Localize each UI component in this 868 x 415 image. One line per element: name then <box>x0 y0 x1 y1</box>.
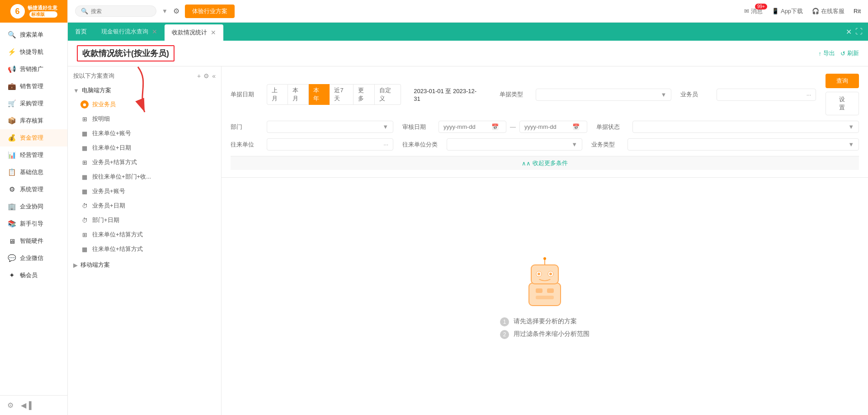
audit-date-end[interactable]: 📅 <box>519 121 587 133</box>
scheme-item-partner-dept-receipt[interactable]: ▦ 按往来单位+部门+收... <box>68 170 221 184</box>
mobile-scheme-group: ▶ 移动端方案 <box>68 258 221 272</box>
sidebar-collapse-btn[interactable]: ◀▐ <box>21 401 31 410</box>
topbar-messages-btn[interactable]: ✉ 消息 99+ <box>744 7 763 15</box>
audit-date-start[interactable]: 📅 <box>439 121 506 133</box>
add-scheme-btn[interactable]: + <box>197 72 201 80</box>
partner-account-icon: ▦ <box>80 130 89 137</box>
tab-expand-btn[interactable]: ⛶ <box>855 28 863 36</box>
scheme-item-partner-account[interactable]: ▦ 往来单位+账号 <box>68 126 221 141</box>
date-tab-this-year[interactable]: 本年 <box>309 84 330 105</box>
sidebar-settings-btn[interactable]: ⚙ <box>7 401 14 410</box>
sidebar-item-inventory[interactable]: 📦 库存核算 <box>0 112 67 129</box>
refresh-btn[interactable]: ↺ 刷新 <box>840 49 859 57</box>
fund-icon: 💰 <box>7 134 16 142</box>
sidebar-item-search-menu[interactable]: 🔍 搜索菜单 <box>0 26 67 43</box>
scheme-item-salesman-account[interactable]: ▦ 业务员+账号 <box>68 184 221 198</box>
sidebar-item-enterprise[interactable]: 🏢 企业协同 <box>0 198 67 215</box>
topbar-search-box[interactable]: 🔍 <box>75 5 156 17</box>
sidebar-item-quick-nav[interactable]: ⚡ 快捷导航 <box>0 43 67 61</box>
panel-collapse-btn[interactable]: « <box>212 72 216 80</box>
filter-row-1: 单据日期 上月 本月 本年 近7天 更多 自定义 2023-01-01 至 20… <box>231 74 859 115</box>
svg-rect-0 <box>529 283 561 306</box>
salesman-more-btn[interactable]: ··· <box>807 91 811 98</box>
tab-receipt-stats-close[interactable]: ✕ <box>211 29 216 36</box>
date-tab-7days[interactable]: 近7天 <box>330 84 354 105</box>
sidebar-item-marketing[interactable]: 📢 营销推广 <box>0 61 67 78</box>
doc-type-select[interactable]: ▼ <box>536 89 671 101</box>
partner-date-icon: ▦ <box>80 145 89 151</box>
topbar-gear-icon[interactable]: ⚙ <box>173 7 179 15</box>
sidebar-item-sales[interactable]: 💼 销售管理 <box>0 78 67 95</box>
partner-settle2-icon: ▦ <box>80 246 89 253</box>
mobile-scheme-header[interactable]: ▶ 移动端方案 <box>68 258 221 272</box>
operation-icon: 📊 <box>7 151 16 159</box>
scheme-item-salesman-settle[interactable]: ⊞ 业务员+结算方式 <box>68 155 221 170</box>
topbar-online-service-btn[interactable]: 🎧 在线客服 <box>812 7 844 15</box>
partner-more-btn[interactable]: ··· <box>383 141 388 148</box>
desktop-scheme-arrow: ▼ <box>73 87 79 94</box>
tab-bank-flow[interactable]: 现金银行流水查询 ✕ <box>94 23 165 41</box>
biz-type-select[interactable]: ▼ <box>627 138 859 151</box>
topbar-app-download-btn[interactable]: 📱 App下载 <box>772 7 803 15</box>
audit-date-start-input[interactable] <box>443 123 489 130</box>
partner-label: 往来单位 <box>231 141 258 149</box>
partner-dept-receipt-icon: ▦ <box>80 174 89 180</box>
scheme-item-salesman-date[interactable]: ⏱ 业务员+日期 <box>68 198 221 213</box>
sidebar-item-system[interactable]: ⚙ 系统管理 <box>0 181 67 198</box>
marketing-icon: 📢 <box>7 65 16 73</box>
member-icon: ✦ <box>7 271 16 279</box>
query-btn[interactable]: 查询 <box>826 74 859 88</box>
scheme-item-partner-settle1[interactable]: ⊞ 往来单位+结算方式 <box>68 227 221 242</box>
setting-btn[interactable]: 设置 <box>826 92 859 115</box>
sidebar-item-wechat[interactable]: 💬 企业微信 <box>0 250 67 267</box>
filter-row-3: 往来单位 ··· 往来单位分类 ▼ 业务类型 ▼ <box>231 138 859 151</box>
scheme-item-partner-settle2[interactable]: ▦ 往来单位+结算方式 <box>68 242 221 256</box>
scheme-item-dept-date[interactable]: ⏱ 部门+日期 <box>68 213 221 227</box>
sidebar-item-purchase[interactable]: 🛒 采购管理 <box>0 95 67 112</box>
date-tab-more[interactable]: 更多 <box>354 84 374 105</box>
sidebar-item-operation[interactable]: 📊 经营管理 <box>0 146 67 164</box>
date-tab-last-month[interactable]: 上月 <box>267 84 288 105</box>
sidebar-item-guide[interactable]: 📚 新手引导 <box>0 215 67 232</box>
tip-item-2: 2 用过滤条件来缩小分析范围 <box>500 330 590 339</box>
scheme-item-by-detail[interactable]: ⊞ 按明细 <box>68 112 221 126</box>
empty-robot-illustration <box>518 256 572 310</box>
export-icon: ↑ <box>819 50 822 57</box>
sidebar-item-smart-hw[interactable]: 🖥 智能硬件 <box>0 232 67 250</box>
desktop-scheme-header[interactable]: ▼ 电脑端方案 <box>68 84 221 97</box>
salesman-select[interactable]: ··· <box>717 89 816 101</box>
dept-date-icon: ⏱ <box>80 217 89 224</box>
scheme-item-partner-date[interactable]: ▦ 往来单位+日期 <box>68 141 221 155</box>
tab-home[interactable]: 首页 <box>68 23 94 41</box>
audit-date-end-input[interactable] <box>524 123 570 130</box>
calendar-icon-end: 📅 <box>572 123 580 130</box>
export-btn[interactable]: ↑ 导出 <box>819 49 835 57</box>
left-panel-title: 按以下方案查询 <box>73 72 114 80</box>
topbar-trial-btn[interactable]: 体验行业方案 <box>185 5 235 18</box>
date-tab-this-month[interactable]: 本月 <box>288 84 309 105</box>
sidebar-item-basic-info[interactable]: 📋 基础信息 <box>0 164 67 181</box>
tab-bank-flow-close[interactable]: ✕ <box>152 28 157 35</box>
robot-svg <box>518 256 572 310</box>
tab-receipt-stats[interactable]: 收款情况统计 ✕ <box>165 24 223 41</box>
main-content: 收款情况统计(按业务员) ↑ 导出 ↺ 刷新 按以下方案查询 + ⚙ « <box>68 41 868 415</box>
collapse-conditions-btn[interactable]: ∧∧ 收起更多条件 <box>231 156 859 170</box>
topbar-search-input[interactable] <box>91 8 145 14</box>
salesman-label: 业务员 <box>680 90 708 99</box>
partner-category-select[interactable]: ▼ <box>447 138 582 151</box>
dept-select[interactable]: ▼ <box>267 121 393 133</box>
scheme-settings-btn[interactable]: ⚙ <box>203 72 209 80</box>
topbar-user-btn[interactable]: Rit <box>854 8 861 14</box>
page-title: 收款情况统计(按业务员) <box>77 45 175 61</box>
sidebar-item-member[interactable]: ✦ 畅会员 <box>0 267 67 284</box>
doc-status-select[interactable]: ▼ <box>632 121 859 133</box>
date-tab-custom[interactable]: 自定义 <box>375 84 401 105</box>
logo-icon: 6 <box>10 4 25 19</box>
scheme-item-by-salesman[interactable]: ⏺ 按业务员 <box>68 97 221 112</box>
sidebar-item-fund[interactable]: 💰 资金管理 <box>0 129 67 146</box>
partner-select[interactable]: ··· <box>267 138 393 151</box>
search-icon: 🔍 <box>81 8 88 14</box>
topbar-dropdown-arrow[interactable]: ▼ <box>162 8 168 14</box>
tab-close-all-btn[interactable]: ✕ <box>846 28 852 36</box>
left-panel: 按以下方案查询 + ⚙ « ▼ 电脑端方案 ⏺ 按业务员 ⊞ <box>68 66 222 415</box>
